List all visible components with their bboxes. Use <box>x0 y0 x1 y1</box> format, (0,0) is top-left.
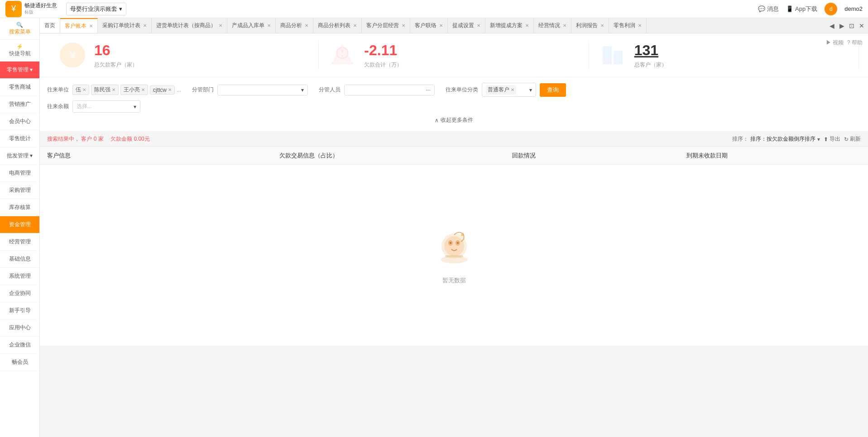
result-info: 搜索结果中， 客户 0 家 欠款金额 0.00元 <box>47 135 150 143</box>
quick-nav-label: 快捷导航 <box>2 50 38 57</box>
message-btn[interactable]: 💬 消息 <box>758 5 779 13</box>
enterprise-collab-label: 企业协同 <box>2 290 38 297</box>
result-actions: 排序： 排序：按欠款金额倒序排序 ▾ ⬆ 导出 ↻ 刷新 <box>732 135 861 143</box>
tab-goods-inbound-stats-close[interactable]: ✕ <box>219 23 222 28</box>
balance-select[interactable]: 选择... ▾ <box>72 100 140 113</box>
filter-more-btn[interactable]: ... <box>177 87 181 93</box>
filter-tag-wang-label: 王小亮 <box>124 86 140 94</box>
sidebar-item-operation[interactable]: 经营管理 <box>0 233 39 251</box>
refresh-btn[interactable]: ↻ 刷新 <box>844 135 861 143</box>
tab-commission-settings-close[interactable]: ✕ <box>477 23 480 28</box>
tab-customer-ledger[interactable]: 客户账本 ✕ <box>60 18 98 33</box>
table-body: 暂无数据 <box>40 165 868 346</box>
tab-goods-analysis[interactable]: 商品分析 ✕ <box>276 18 313 33</box>
sidebar-item-system[interactable]: 系统管理 <box>0 268 39 285</box>
query-button[interactable]: 查询 <box>540 83 566 97</box>
sidebar-item-basic-info[interactable]: 基础信息 <box>0 251 39 268</box>
tab-home[interactable]: 首页 <box>40 18 60 33</box>
sidebar-item-guide[interactable]: 新手引导 <box>0 302 39 319</box>
tab-product-inbound[interactable]: 产成品入库单 ✕ <box>227 18 276 33</box>
filter-tag-cjttcw-remove[interactable]: ✕ <box>168 87 172 92</box>
tab-customer-tier-close[interactable]: ✕ <box>402 23 405 28</box>
sidebar-item-wholesale-mgmt[interactable]: 批发管理 ▾ <box>0 147 39 165</box>
tab-purchase-order-stats[interactable]: 采购订单统计表 ✕ <box>98 18 152 33</box>
sidebar-item-retail-mall[interactable]: 零售商城 <box>0 79 39 96</box>
tab-prev-btn[interactable]: ◀ <box>827 21 836 30</box>
tab-commission-settings-label: 提成设置 <box>452 22 474 29</box>
sidebar-item-member[interactable]: 畅会员 <box>0 354 39 371</box>
sidebar-item-retail-mgmt[interactable]: 零售管理 ▾ <box>0 62 39 79</box>
store-selector[interactable]: 母婴行业演示账套 ▾ <box>66 3 126 15</box>
tab-customer-contact[interactable]: 客户联络 ✕ <box>410 18 448 33</box>
sidebar-item-member-center[interactable]: 会员中心 <box>0 113 39 130</box>
help-btn[interactable]: ? 帮助 <box>847 39 863 47</box>
tab-profit-report[interactable]: 利润报告 ✕ <box>571 18 609 33</box>
overdue-amount-result-label: 欠款金额 <box>110 136 132 142</box>
sort-select[interactable]: 排序： 排序：按欠款金额倒序排序 ▾ <box>732 135 820 143</box>
tab-goods-analysis-list-close[interactable]: ✕ <box>353 23 357 28</box>
tab-expand-btn[interactable]: ⊡ <box>847 21 856 30</box>
sidebar-item-ecommerce[interactable]: 电商管理 <box>0 165 39 182</box>
svg-point-12 <box>450 242 451 244</box>
dept-select[interactable]: ▾ <box>217 85 308 95</box>
sidebar-item-app-center[interactable]: 应用中心 <box>0 319 39 337</box>
svg-point-9 <box>444 236 464 256</box>
user-avatar[interactable]: d <box>825 3 837 15</box>
tab-retail-profit-close[interactable]: ✕ <box>638 23 642 28</box>
tab-new-commission-close[interactable]: ✕ <box>525 23 529 28</box>
logo-icon: ¥ <box>5 1 22 17</box>
collapse-btn[interactable]: ∧ 收起更多条件 <box>435 116 473 124</box>
filter-tag-chen-remove[interactable]: ✕ <box>112 87 115 92</box>
sidebar-item-finance[interactable]: 资金管理 <box>0 216 39 233</box>
sidebar-item-enterprise-collab[interactable]: 企业协同 <box>0 285 39 302</box>
person-select[interactable]: ··· <box>344 85 435 95</box>
sidebar-item-enterprise-wechat[interactable]: 企业微信 <box>0 337 39 354</box>
sidebar-item-marketing[interactable]: 营销推广 <box>0 96 39 113</box>
video-btn[interactable]: ▶ 视频 <box>826 39 844 47</box>
person-more-icon: ··· <box>426 87 431 93</box>
filter-tag-wang: 王小亮 ✕ <box>120 85 148 95</box>
tab-next-btn[interactable]: ▶ <box>837 21 846 30</box>
tab-product-inbound-close[interactable]: ✕ <box>267 23 271 28</box>
tab-retail-profit[interactable]: 零售利润 ✕ <box>609 18 647 33</box>
table-header: 客户信息 欠款交易信息（占比） 回款情况 到期未收款日期 <box>40 147 868 165</box>
tab-purchase-order-stats-close[interactable]: ✕ <box>143 23 147 28</box>
sidebar-item-inventory[interactable]: 库存核算 <box>0 199 39 216</box>
tab-customer-tier[interactable]: 客户分层经营 ✕ <box>362 18 410 33</box>
page-content: ¥ 16 总欠款客户（家） <box>40 33 868 437</box>
filter-tag-chen: 陈民强 ✕ <box>91 85 119 95</box>
tab-operation-status-close[interactable]: ✕ <box>563 23 566 28</box>
store-name: 母婴行业演示账套 <box>70 5 117 13</box>
tab-commission-settings[interactable]: 提成设置 ✕ <box>448 18 485 33</box>
sidebar-item-purchase[interactable]: 采购管理 <box>0 182 39 199</box>
logo-name: 畅捷通好生意 <box>24 2 57 10</box>
unit-category-remove[interactable]: ✕ <box>511 87 514 92</box>
tab-goods-inbound-stats[interactable]: 进货单统计表（按商品） ✕ <box>152 18 227 33</box>
store-dropdown-icon: ▾ <box>119 5 122 12</box>
table-header-payment-status: 回款情况 <box>512 152 686 160</box>
stat-info-customers: 16 总欠款客户（家） <box>94 42 138 68</box>
tab-goods-analysis-list-label: 商品分析列表 <box>318 22 350 29</box>
svg-rect-15 <box>445 255 463 257</box>
export-btn[interactable]: ⬆ 导出 <box>824 135 840 143</box>
tab-new-commission[interactable]: 新增提成方案 ✕ <box>485 18 534 33</box>
tab-close-all-btn[interactable]: ✕ <box>857 21 866 30</box>
tab-profit-report-close[interactable]: ✕ <box>600 23 604 28</box>
app-download-btn[interactable]: 📱 App下载 <box>786 5 817 13</box>
tab-goods-analysis-list[interactable]: 商品分析列表 ✕ <box>313 18 362 33</box>
operation-label: 经营管理 <box>2 238 38 246</box>
tab-goods-analysis-close[interactable]: ✕ <box>305 23 308 28</box>
tab-customer-contact-close[interactable]: ✕ <box>439 23 443 28</box>
empty-state: 暂无数据 <box>432 199 477 312</box>
tab-customer-ledger-close[interactable]: ✕ <box>89 24 93 28</box>
tab-bar: 首页 客户账本 ✕ 采购订单统计表 ✕ 进货单统计表（按商品） ✕ 产成品入库单… <box>40 18 868 33</box>
filter-tag-wu-remove[interactable]: ✕ <box>82 87 86 92</box>
tab-operation-status[interactable]: 经营情况 ✕ <box>534 18 571 33</box>
filter-tag-wang-remove[interactable]: ✕ <box>141 87 145 92</box>
unit-category-select[interactable]: 普通客户 ✕ ▾ <box>482 83 536 97</box>
dept-dropdown-icon: ▾ <box>301 87 304 93</box>
sidebar-search[interactable]: 🔍 搜索菜单 <box>0 18 39 40</box>
sidebar-quick-nav[interactable]: ⚡ 快捷导航 <box>0 40 39 62</box>
sidebar-item-retail-stats[interactable]: 零售统计 <box>0 130 39 147</box>
retail-mgmt-label: 零售管理 ▾ <box>2 66 38 74</box>
